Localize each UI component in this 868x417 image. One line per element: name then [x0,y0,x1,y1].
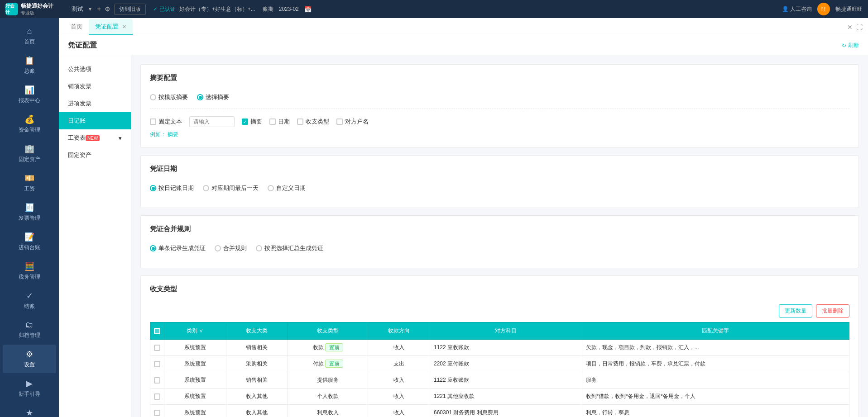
pin-tag-1: 置顶 [325,343,343,351]
td-subject-1: 1122 应收账款 [430,340,582,356]
td-keywords-5: 利息，行转，孳息 [582,405,849,417]
sidebar-item-settings[interactable]: ⚙ 设置 [3,345,56,373]
td-subject-5: 660301 财务费用 利息费用 [430,405,582,417]
checkbox-income-type[interactable]: 收支类型 [297,118,329,126]
td-check-1[interactable] [150,340,164,356]
sidebar-item-reports[interactable]: 📊 报表中心 [3,81,56,109]
tab-voucher-config[interactable]: 凭证配置 ✕ [89,19,133,35]
tab-close-button[interactable]: ✕ [122,24,126,29]
radio-template-circle [150,94,156,100]
archive-icon: 🗂 [25,320,34,330]
summary-radio-group: 按模版摘要 选择摘要 [150,93,849,101]
td-type-3: 提供服务 [288,372,368,389]
close-tab-button[interactable]: ✕ [847,24,853,31]
checkbox-date[interactable]: 日期 [269,118,290,126]
radio-single-circle [150,245,156,251]
expand-tab-button[interactable]: ⛶ [856,24,863,31]
th-select-all[interactable] [150,322,164,340]
sidebar-item-close[interactable]: ✓ 结账 [3,286,56,315]
period-label: 账期 [263,5,273,13]
radio-select-summary-gen[interactable]: 按照选择汇总生成凭证 [256,244,323,252]
content-area: 首页 凭证配置 ✕ ✕ ⛶ 凭证配置 ↻ 刷新 公共选项 销项发票 [59,18,868,417]
settings-button[interactable]: ⚙ [105,5,110,13]
certified-tag: ✓ 已认证 [153,5,175,13]
sidebar-item-guide[interactable]: ▶ 新手引导 [3,374,56,403]
checkbox-summary[interactable]: ✓ 摘要 [242,118,262,126]
member-icon: ★ [26,408,33,417]
td-category-5: 系统预置 [164,405,226,417]
checkbox-counterpart[interactable]: 对方户名 [336,118,369,126]
td-major-2: 采购相关 [226,356,288,372]
sidebar-item-funds[interactable]: 💰 资金管理 [3,110,56,138]
sidebar-label-sales: 进销台账 [19,244,40,251]
left-nav-purchase-invoice[interactable]: 进项发票 [59,95,131,112]
td-check-2[interactable] [150,356,164,372]
fixed-text-checkbox [150,118,156,125]
td-major-5: 收入其他 [226,405,288,417]
sidebar-label-invoice: 发票管理 [19,214,40,222]
summary-section: 摘要配置 按模版摘要 选择摘要 [140,64,859,148]
switch-version-button[interactable]: 切到旧版 [114,4,146,15]
td-keywords-4: 收到*借款，收到*备用金，退回*备用金，个人 [582,389,849,405]
table-actions: 更新数量 批量删除 [150,304,849,317]
radio-period-last[interactable]: 对应期间最后一天 [203,184,259,192]
td-direction-2: 支出 [368,356,430,372]
left-nav-fixed-assets[interactable]: 固定资产 [59,147,131,164]
consult-button[interactable]: 👤 人工咨询 [782,5,812,13]
page-title: 凭证配置 [68,41,97,50]
batch-delete-button[interactable]: 批量删除 [816,304,849,317]
td-check-5[interactable] [150,405,164,417]
sidebar-item-archive[interactable]: 🗂 归档管理 [3,316,56,344]
sidebar-item-sales[interactable]: 📝 进销台账 [3,227,56,256]
td-direction-4: 收入 [368,389,430,405]
dropdown-arrow[interactable]: ▾ [89,6,91,12]
sidebar-item-invoice[interactable]: 🧾 发票管理 [3,198,56,227]
sidebar-label-settings: 设置 [24,361,35,369]
invoice-icon: 🧾 [24,203,34,213]
main-panel: 摘要配置 按模版摘要 选择摘要 [131,55,868,417]
sidebar-item-tax[interactable]: 🧮 税务管理 [3,257,56,285]
radio-single-record[interactable]: 单条记录生成凭证 [150,244,206,252]
radio-diary-date[interactable]: 按日记账日期 [150,184,194,192]
sidebar-item-member[interactable]: ★ 畅会员 [3,403,56,417]
radio-select-summary[interactable]: 选择摘要 [197,93,229,101]
sidebar-item-salary[interactable]: 💴 工资 [3,169,56,197]
td-subject-4: 1221 其他应收款 [430,389,582,405]
example-text: 例如： 摘要 [150,131,849,138]
sidebar-item-home[interactable]: ⌂ 首页 [3,22,56,50]
left-nav-public[interactable]: 公共选项 [59,61,131,78]
left-nav-payroll[interactable]: 工资表 NEW ▾ [59,129,131,147]
refresh-button[interactable]: ↻ 刷新 [842,42,859,49]
radio-merge-rule[interactable]: 合并规则 [215,244,247,252]
td-check-4[interactable] [150,389,164,405]
sidebar-label-home: 首页 [24,38,35,46]
radio-template-summary[interactable]: 按模版摘要 [150,93,188,101]
calendar-icon[interactable]: 📅 [304,6,312,13]
tab-home[interactable]: 首页 [64,19,89,35]
th-category: 类别 ∨ [164,322,226,340]
home-icon: ⌂ [27,27,32,36]
checkbox-fixed-text[interactable]: 固定文本 [150,118,182,126]
new-badge: NEW [86,135,100,141]
left-nav-diary[interactable]: 日记账 [59,112,131,129]
sidebar-item-assets[interactable]: 🏢 固定资产 [3,139,56,168]
td-category-3: 系统预置 [164,372,226,389]
merge-title: 凭证合并规则 [150,225,849,237]
left-nav-sales-invoice[interactable]: 销项发票 [59,78,131,95]
sidebar-label-tax: 税务管理 [19,273,40,281]
add-button[interactable]: + [97,5,101,13]
fixed-text-input[interactable] [189,116,235,127]
income-title: 收支类型 [150,285,849,297]
td-check-3[interactable] [150,372,164,389]
date-title: 凭证日期 [150,165,849,177]
table-row: 系统预置 收入其他 利息收入 收入 660301 财务费用 利息费用 利息，行转… [150,405,849,417]
td-category-2: 系统预置 [164,356,226,372]
assets-icon: 🏢 [24,144,34,154]
radio-custom-date[interactable]: 自定义日期 [268,184,306,192]
sidebar: ⌂ 首页 📋 总账 📊 报表中心 💰 资金管理 🏢 固定资产 💴 工资 🧾 发票… [0,18,59,417]
tax-icon: 🧮 [24,261,34,271]
update-count-button[interactable]: 更新数量 [779,304,812,317]
account-tags: 好会计（专）+好生意（标）+... [179,5,255,13]
radio-period-circle [203,185,209,191]
sidebar-item-ledger[interactable]: 📋 总账 [3,51,56,80]
